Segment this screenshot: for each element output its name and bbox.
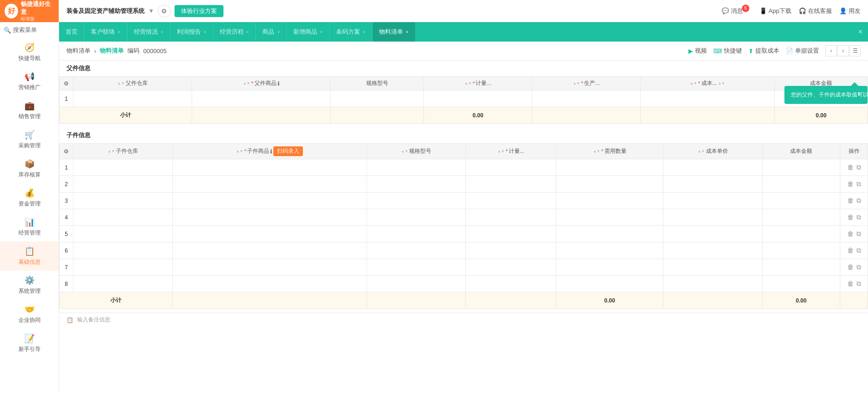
trial-button[interactable]: 体验行业方案	[175, 5, 223, 17]
tab-bom[interactable]: 物料清单×	[373, 22, 416, 42]
parent-unit-cell[interactable]	[424, 91, 532, 107]
sidebar-item-marketing[interactable]: 📢 营销推广	[0, 67, 59, 96]
doc-code: 0000005	[143, 48, 167, 54]
cost-tooltip: × 您的父件、子件的成本取值可以选择【参考成本、最新进价、平均成本】	[784, 86, 868, 104]
child-unitcost-1[interactable]	[663, 159, 762, 176]
delete-icon[interactable]: 🗑	[847, 263, 854, 271]
online-service-button[interactable]: 🎧 在线客服	[799, 7, 832, 15]
tab-barcode[interactable]: 条码方案×	[330, 22, 373, 42]
sidebar-item-purchase[interactable]: 🛒 采购管理	[0, 125, 59, 154]
tab-close-customer[interactable]: ×	[118, 30, 121, 35]
user-menu-button[interactable]: 👤 用友	[839, 7, 861, 15]
logo-icon: 好	[5, 4, 18, 18]
parent-product-cell[interactable]	[192, 91, 331, 107]
copy-icon[interactable]: ⧉	[856, 280, 861, 288]
search-menu[interactable]: 🔍 搜索菜单	[0, 22, 59, 38]
tab-new-product[interactable]: 新增商品×	[287, 22, 330, 42]
prev-page-button[interactable]: ‹	[826, 45, 837, 56]
copy-icon[interactable]: ⧉	[856, 230, 861, 238]
copy-icon[interactable]: ⧉	[856, 247, 861, 254]
child-subtotal-label: 小计	[60, 292, 173, 309]
delete-icon[interactable]: 🗑	[847, 180, 854, 188]
child-subtotal-row: 小计 0.00 0.00	[60, 292, 868, 309]
delete-icon[interactable]: 🗑	[847, 280, 854, 288]
extract-cost-action[interactable]: ⬆ 提取成本	[748, 47, 779, 55]
sidebar-item-system[interactable]: ⚙️ 系统管理	[0, 271, 59, 300]
delete-icon[interactable]: 🗑	[847, 230, 854, 238]
tab-home[interactable]: 首页	[59, 22, 84, 42]
sidebar-item-cooperation[interactable]: 🤝 企业协同	[0, 300, 59, 329]
sidebar-item-guide[interactable]: 📝 新手引导	[0, 329, 59, 358]
sidebar-item-finance[interactable]: 💰 资金管理	[0, 183, 59, 212]
child-unitcost-2[interactable]	[663, 176, 762, 193]
header-right: 💬 消息 6 📱 App下载 🎧 在线客服 👤 用友	[722, 7, 861, 15]
parent-produce-cell[interactable]	[532, 91, 641, 107]
child-spec-1[interactable]	[367, 159, 466, 176]
single-settings-action[interactable]: 📄 单据设置	[786, 47, 819, 55]
tab-close-bom[interactable]: ×	[406, 30, 409, 35]
sidebar-item-basic-info[interactable]: 📋 基础信息	[0, 242, 59, 271]
copy-icon[interactable]: ⧉	[856, 197, 861, 205]
sidebar-item-inventory[interactable]: 📦 库存核算	[0, 154, 59, 183]
child-warehouse-1[interactable]	[73, 159, 173, 176]
delete-icon[interactable]: 🗑	[847, 247, 854, 254]
logo: 好 畅捷通好生意 标准版	[0, 0, 59, 22]
copy-icon[interactable]: ⧉	[856, 213, 861, 221]
nav-tabs: 首页 客户联络× 经营情况× 利润报告× 经营历程× 商品× 新增商品× 条码方…	[59, 22, 868, 42]
tab-business-history[interactable]: 经营历程×	[213, 22, 256, 42]
parent-spec-cell[interactable]	[331, 91, 424, 107]
child-col-unit: ▲▼*计量...	[466, 144, 556, 159]
gear-settings-button[interactable]: ⚙	[158, 5, 171, 18]
delete-icon[interactable]: 🗑	[847, 213, 854, 221]
copy-icon[interactable]: ⧉	[856, 263, 861, 271]
parent-cost-cell[interactable]	[640, 91, 774, 107]
sort-icon: ▲▼	[497, 150, 505, 153]
next-page-button[interactable]: ›	[838, 45, 849, 56]
child-col-unit-cost: ▲▼成本单价	[663, 144, 762, 159]
extract-icon: ⬆	[748, 48, 753, 54]
copy-icon[interactable]: ⧉	[856, 180, 861, 188]
tab-profit-report[interactable]: 利润报告×	[170, 22, 213, 42]
shortcut-action[interactable]: ⌨ 快捷键	[713, 47, 742, 55]
sidebar-item-operations[interactable]: 📊 经营管理	[0, 212, 59, 242]
user-icon: 👤	[839, 7, 847, 14]
delete-icon[interactable]: 🗑	[847, 163, 854, 171]
list-view-button[interactable]: ☰	[850, 45, 861, 56]
copy-icon[interactable]: ⧉	[856, 163, 861, 171]
child-spec-2[interactable]	[367, 176, 466, 193]
delete-icon[interactable]: 🗑	[847, 197, 854, 205]
child-product-2[interactable]	[172, 176, 367, 193]
sidebar-item-sales[interactable]: 💼 销售管理	[0, 96, 59, 125]
parent-warehouse-cell[interactable]	[73, 91, 192, 107]
child-section-header: 子件信息	[59, 127, 868, 143]
sidebar: 好 畅捷通好生意 标准版 🔍 搜索菜单 🧭 快捷导航 📢 营销推广 💼 销售管理…	[0, 0, 59, 393]
tab-close-operations-status[interactable]: ×	[161, 30, 163, 35]
child-unit-2[interactable]	[466, 176, 556, 193]
close-all-tabs-button[interactable]: ×	[853, 28, 868, 36]
tab-product[interactable]: 商品×	[256, 22, 287, 42]
header-left: 装备及固定资产辅助管理系统 ▼ ⚙ 体验行业方案	[66, 5, 223, 18]
video-action[interactable]: ▶ 视频	[688, 47, 707, 55]
tab-operations-status[interactable]: 经营情况×	[127, 22, 170, 42]
tab-close-business-history[interactable]: ×	[247, 30, 249, 35]
sort-icon: ▲▼	[464, 82, 472, 85]
child-warehouse-2[interactable]	[73, 176, 173, 193]
scan-input-button[interactable]: 扫码录入	[273, 146, 303, 156]
tab-close-profit-report[interactable]: ×	[204, 30, 206, 35]
parent-subtotal-label: 小计	[60, 107, 192, 124]
app-download-button[interactable]: 📱 App下载	[760, 7, 791, 15]
tab-close-barcode[interactable]: ×	[363, 30, 366, 35]
child-quantity-2[interactable]	[556, 176, 663, 193]
child-quantity-1[interactable]	[556, 159, 663, 176]
child-col-cost-amount: 成本金额	[762, 144, 840, 159]
search-icon: 🔍	[4, 27, 11, 34]
child-unit-1[interactable]	[466, 159, 556, 176]
note-placeholder[interactable]: 输入备注信息	[77, 316, 110, 324]
tab-close-product[interactable]: ×	[277, 30, 280, 35]
message-button[interactable]: 💬 消息 6	[722, 7, 752, 15]
sidebar-item-quick-nav[interactable]: 🧭 快捷导航	[0, 38, 59, 67]
content: 物料清单 › 物料清单 编码 0000005 ▶ 视频 ⌨ 快捷键 ⬆ 提取成本	[59, 42, 868, 393]
tab-customer[interactable]: 客户联络×	[84, 22, 127, 42]
child-product-1[interactable]	[172, 159, 367, 176]
tab-close-new-product[interactable]: ×	[320, 30, 323, 35]
